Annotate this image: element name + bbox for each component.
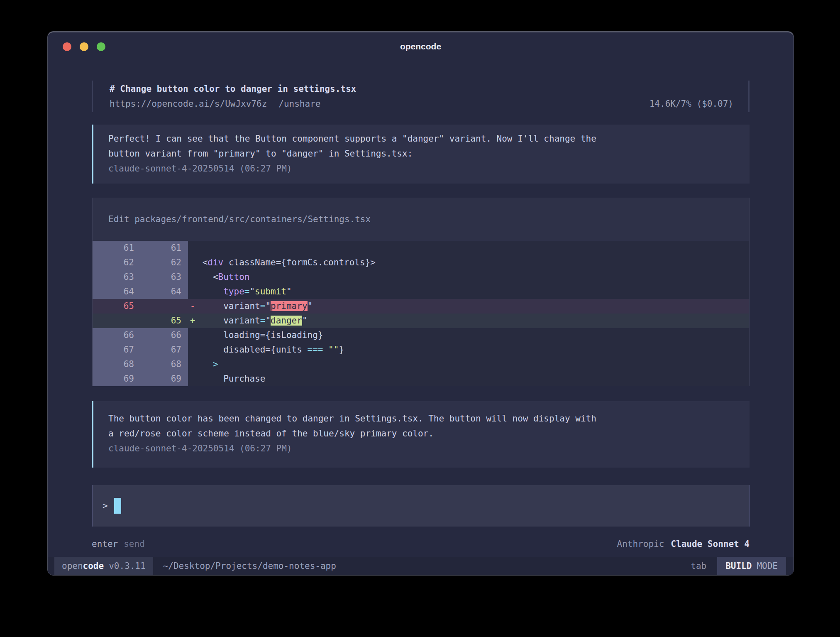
code-line: variant="danger" — [197, 314, 749, 328]
line-number-new: 63 — [147, 270, 188, 284]
mode-label-bold: BUILD — [725, 561, 752, 571]
diff-row: 6969 Purchase — [93, 372, 749, 386]
share-url: https://opencode.ai/s/UwJxv76z — [110, 99, 267, 109]
window-title: opencode — [48, 32, 794, 61]
model-timestamp: claude-sonnet-4-20250514 (06:27 PM) — [108, 441, 741, 456]
line-number-old: 63 — [93, 270, 147, 284]
text-cursor — [114, 498, 121, 514]
diff-marker — [188, 357, 197, 372]
line-number-old: 66 — [93, 328, 147, 343]
diff-marker — [188, 255, 197, 270]
usage-stats: 14.6K/7% ($0.07) — [650, 96, 733, 111]
diff-marker — [188, 270, 197, 284]
provider-name: Anthropic — [617, 539, 664, 549]
line-number-new: 69 — [147, 372, 188, 386]
diff-marker — [188, 328, 197, 343]
model-timestamp: claude-sonnet-4-20250514 (06:27 PM) — [108, 161, 741, 176]
line-number-old: 64 — [93, 284, 147, 299]
app-name-open: open — [62, 561, 83, 571]
line-number-old: 65 — [93, 299, 147, 314]
diff-row: 6868 > — [93, 357, 749, 372]
line-number-old: 69 — [93, 372, 147, 386]
mode-label-rest: MODE — [757, 561, 778, 571]
prompt-input[interactable]: > — [92, 485, 750, 527]
diff-row: 6161 — [93, 241, 749, 255]
code-line: variant="primary" — [197, 299, 749, 314]
message-text: Perfect! I can see that the Button compo… — [108, 131, 741, 146]
code-line: > — [197, 357, 749, 372]
diff-marker — [188, 241, 197, 255]
diff-row: 6262 <div className={formCs.controls}> — [93, 255, 749, 270]
diff-row: 6666 loading={isLoading} — [93, 328, 749, 343]
code-line: Purchase — [197, 372, 749, 386]
line-number-new: 66 — [147, 328, 188, 343]
line-number-new: 64 — [147, 284, 188, 299]
model-indicator: AnthropicClaude Sonnet 4 — [617, 537, 750, 551]
diff-row: 6363 <Button — [93, 270, 749, 284]
diff-marker: - — [188, 299, 197, 314]
prompt-symbol: > — [103, 498, 108, 513]
diff-row: 6767 disabled={units === ""} — [93, 343, 749, 357]
code-line: <div className={formCs.controls}> — [197, 255, 749, 270]
working-directory: ~/Desktop/Projects/demo-notes-app — [163, 561, 336, 571]
app-version-chip: opencodev0.3.11 — [54, 557, 153, 575]
diff-marker — [188, 284, 197, 299]
send-hint: entersend — [92, 537, 145, 551]
line-number-old: 61 — [93, 241, 147, 255]
diff-marker — [188, 372, 197, 386]
line-number-new: 62 — [147, 255, 188, 270]
diff-rows: 61616262 <div className={formCs.controls… — [93, 241, 749, 386]
edit-tool-block: Edit packages/frontend/src/containers/Se… — [92, 198, 750, 386]
assistant-message: Perfect! I can see that the Button compo… — [92, 125, 750, 184]
diff-marker — [188, 343, 197, 357]
send-action-label: send — [124, 539, 145, 549]
titlebar: opencode — [48, 32, 794, 61]
line-number-new: 61 — [147, 241, 188, 255]
build-mode-chip: BUILDMODE — [717, 557, 786, 575]
line-number-new: 67 — [147, 343, 188, 357]
diff-row: 6464 type="submit" — [93, 284, 749, 299]
code-line: loading={isLoading} — [197, 328, 749, 343]
message-text: The button color has been changed to dan… — [108, 411, 741, 426]
line-number-new: 65 — [147, 314, 188, 328]
hint-bar: entersend AnthropicClaude Sonnet 4 — [92, 537, 750, 551]
unshare-command: /unshare — [278, 99, 320, 109]
line-number-old: 67 — [93, 343, 147, 357]
code-line: <Button — [197, 270, 749, 284]
app-version: v0.3.11 — [109, 561, 146, 571]
diff-marker: + — [188, 314, 197, 328]
main-content: # Change button color to danger in setti… — [48, 81, 794, 551]
tab-key-hint[interactable]: tab — [691, 561, 706, 571]
session-share-row: https://opencode.ai/s/UwJxv76z/unshare — [110, 96, 332, 111]
code-line: type="submit" — [197, 284, 749, 299]
line-number-old: 68 — [93, 357, 147, 372]
diff-row: 65- variant="primary" — [93, 299, 749, 314]
message-text: button variant from "primary" to "danger… — [108, 146, 741, 161]
app-name-code: code — [83, 561, 104, 571]
code-line: disabled={units === ""} — [197, 343, 749, 357]
line-number-new: 68 — [147, 357, 188, 372]
assistant-message: The button color has been changed to dan… — [92, 401, 750, 468]
line-number-old — [93, 314, 147, 328]
status-bar: opencodev0.3.11 ~/Desktop/Projects/demo-… — [48, 557, 794, 575]
enter-key-label: enter — [92, 539, 118, 549]
code-line — [197, 241, 749, 255]
diff-row: 65+ variant="danger" — [93, 314, 749, 328]
message-text: a red/rose color scheme instead of the b… — [108, 426, 741, 441]
model-name: Claude Sonnet 4 — [671, 539, 750, 549]
session-header: # Change button color to danger in setti… — [92, 81, 750, 112]
opencode-window: opencode # Change button color to danger… — [47, 31, 794, 576]
line-number-new — [147, 299, 188, 314]
edit-tool-header: Edit packages/frontend/src/containers/Se… — [93, 198, 749, 241]
line-number-old: 62 — [93, 255, 147, 270]
session-title: # Change button color to danger in setti… — [110, 81, 733, 96]
